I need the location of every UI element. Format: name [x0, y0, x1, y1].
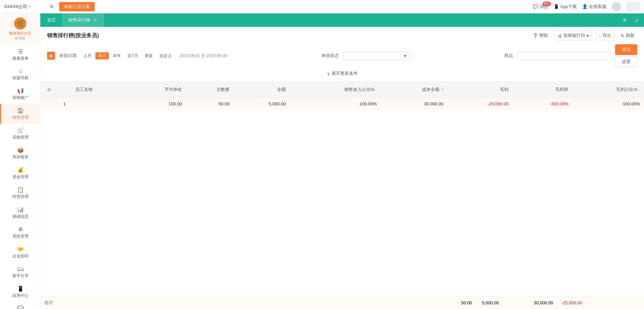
row-qty: 50.00 [186, 98, 234, 110]
sidebar-item-guide[interactable]: 📖 新手引导 [0, 262, 40, 282]
basic-icon: 📊 [17, 206, 24, 213]
inventory-icon: 📦 [17, 147, 24, 153]
export-icon: ↓ [599, 33, 601, 38]
row-rank: 1 [58, 98, 71, 110]
tab-sales-ranking[interactable]: 销售排行榜 ✕ [63, 13, 104, 27]
print-dropdown-icon: ▾ [587, 33, 589, 38]
sidebar-label-search: 搜索菜单 [12, 56, 29, 61]
sidebar-item-finance[interactable]: 💰 资金管理 [0, 163, 40, 183]
message-button[interactable]: 💬 消息 99+ [533, 4, 548, 10]
help-icon: ❓ [532, 33, 538, 38]
ranking-table: ⚙ 员工名称 平均单价 主数量 全额 销售收入占比%↕ 成本全额 ? 毛利 毛利… [40, 82, 644, 110]
expand-more-button[interactable]: ∨ 展开更多条件 [324, 69, 360, 78]
page-content: 销售排行榜(按业务员) ❓ 帮助 🖨 按模板打印 ▾ ↓ [40, 27, 644, 309]
column-settings-icon[interactable]: ⚙ [44, 85, 54, 94]
sidebar-item-apps[interactable]: 📱 应用中心 [0, 282, 40, 302]
help-button[interactable]: ❓ 帮助 [530, 31, 551, 40]
date-tabs: 上月 本月 本年 近7天 更多 自定义 [81, 52, 174, 59]
goods-filter-label: 商品 [504, 53, 513, 59]
footer-label: 合计 [44, 300, 58, 306]
logo-icon: 🌿 [14, 17, 26, 30]
row-amount: 5,000.00 [233, 98, 290, 110]
sidebar-item-collab[interactable]: 🤝 企业协同 [0, 243, 40, 262]
search-menu-icon: ☰ [18, 48, 23, 55]
sidebar-item-purchase[interactable]: 🛒 采购管理 [0, 124, 40, 144]
date-tab-cur[interactable]: 本月 [95, 52, 109, 59]
status-select[interactable]: ▾ [343, 52, 410, 60]
sidebar-label-shortcut: 快捷导航 [12, 75, 29, 81]
footer-amount: 5,000.00 [476, 300, 503, 305]
collab-icon: 🤝 [17, 246, 24, 252]
date-tab-more[interactable]: 更多 [142, 52, 156, 59]
export-label: 导出 [602, 33, 611, 39]
page-title: 销售排行榜(按业务员) [47, 32, 99, 39]
sidebar-item-operations[interactable]: 📋 经营管理 [0, 183, 40, 203]
sidebar-item-search[interactable]: ☰ 搜索菜单 [0, 45, 40, 65]
sidebar-label-basic: 基础信息 [12, 214, 29, 219]
date-tab-prev[interactable]: 上月 [81, 52, 94, 59]
tab-expand-button[interactable]: ⤢ [632, 15, 641, 25]
date-tab-7days[interactable]: 近7天 [125, 52, 141, 59]
tab-close-icon[interactable]: ✕ [93, 17, 98, 23]
table-body: 1 100.00 50.00 5,000.00 100.00% 30,000.0… [40, 98, 644, 110]
footer-qty: 50.00 [449, 300, 476, 305]
wechat-icon: 💬 [17, 305, 24, 309]
filter-area: ▶ 单据日期 上月 本月 本年 近7天 更多 自定义 2023-06-01 至 … [47, 44, 637, 81]
sidebar-label-collab: 企业协同 [12, 253, 29, 259]
purchase-icon: 🛒 [17, 127, 24, 134]
company-chevron-icon: ▾ [29, 5, 30, 8]
tab-home[interactable]: 首页 [40, 13, 63, 27]
print-icon: 🖨 [558, 33, 562, 38]
sort-icon: ↕ [375, 88, 377, 92]
table-row: 1 100.00 50.00 5,000.00 100.00% 30,000.0… [40, 98, 644, 110]
sidebar-item-system[interactable]: ⚙ 系统管理 [0, 223, 40, 243]
date-tab-year[interactable]: 本年 [110, 52, 124, 59]
company-selector[interactable]: XXXXX公司 ▾ [4, 4, 44, 10]
status-select-chevron: ▾ [404, 53, 406, 58]
tab-home-label: 首页 [47, 17, 56, 23]
date-tab-custom[interactable]: 自定义 [157, 52, 174, 59]
col-rank [58, 82, 71, 98]
sidebar-item-inventory[interactable]: 📦 库存核算 [0, 144, 40, 163]
col-gross-pct: 毛利占比%↕ [572, 82, 644, 98]
footer-gross: -25,000.00 [557, 300, 586, 305]
tab-bar: 首页 销售排行榜 ✕ ✕ ⤢ [40, 13, 644, 27]
app-download-button[interactable]: 📱 App下载 [554, 4, 577, 10]
settings-button[interactable]: 设置 [615, 56, 637, 67]
print-button[interactable]: 🖨 按模板打印 ▾ [555, 31, 592, 40]
logo-area: 🌿 畅康通好生意 标准版 [0, 13, 40, 45]
tab-close-all-button[interactable]: ✕ [620, 15, 629, 25]
chevron-down-icon: ∨ [327, 71, 330, 76]
status-filter-label: 单据状态 [321, 53, 339, 59]
online-support-label: 在线客服 [589, 4, 606, 10]
refresh-button[interactable]: ↻ 刷新 [618, 31, 637, 40]
sidebar-item-marketing[interactable]: 📢 营销推广 [0, 84, 40, 104]
query-button[interactable]: 查询 [615, 44, 637, 55]
col-cost: 成本全额 ? [381, 82, 447, 98]
main-layout: 🌿 畅康通好生意 标准版 ☰ 搜索菜单 ⌂ 快捷导航 📢 营销推广 🏠 销售管理… [0, 13, 644, 309]
gear-button[interactable]: ⚙ [47, 2, 56, 11]
sidebar-item-wechat[interactable]: 💬 企业微信 [0, 302, 40, 309]
cost-help-icon[interactable]: ? [441, 87, 443, 92]
avatar[interactable] [612, 2, 621, 11]
help-label: 帮助 [539, 33, 548, 39]
sidebar-item-basic[interactable]: 📊 基础信息 [0, 203, 40, 223]
sidebar-label-inventory: 库存核算 [12, 154, 29, 160]
message-badge: 99+ [543, 2, 551, 6]
sidebar-item-shortcut[interactable]: ⌂ 快捷导航 [0, 65, 40, 84]
row-sales-pct: 100.00% [290, 98, 381, 110]
filter-toggle-button[interactable]: ▶ [47, 52, 55, 60]
tab-bar-right: ✕ ⤢ [620, 15, 644, 25]
gross-sort-icon: ↕ [638, 88, 640, 92]
sidebar-item-sales[interactable]: 🏠 销售管理 [0, 104, 40, 124]
expand-label: 展开更多条件 [332, 70, 358, 76]
goods-input[interactable]: ··· [517, 52, 611, 60]
row-settings-cell [40, 98, 58, 110]
row-cost: 30,000.00 [381, 98, 447, 110]
marketing-icon: 📢 [17, 88, 24, 94]
online-support-button[interactable]: 👤 在线客服 [582, 4, 606, 10]
trial-button[interactable]: 体验行业方案 [59, 2, 95, 11]
export-button[interactable]: ↓ 导出 [596, 31, 614, 40]
row-gross: -25,000.00 [447, 98, 513, 110]
top-header: XXXXX公司 ▾ ⚙ 体验行业方案 💬 消息 99+ 📱 App下载 👤 在线… [0, 0, 644, 13]
